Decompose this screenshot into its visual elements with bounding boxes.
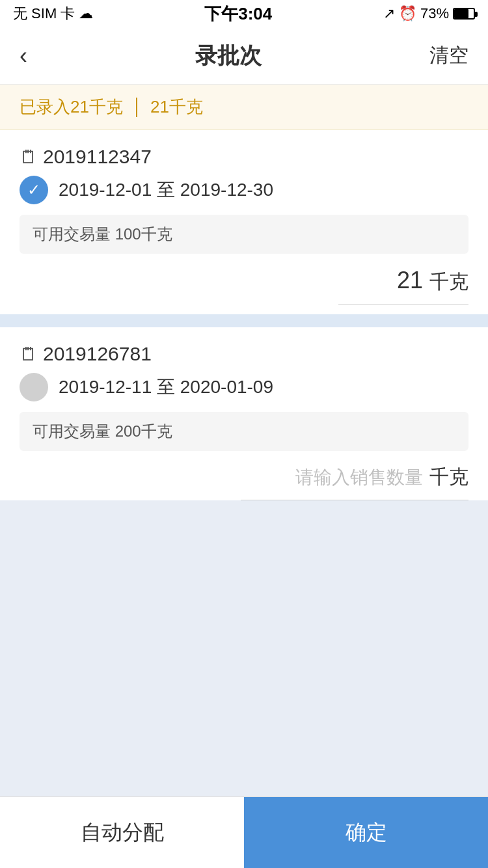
battery-icon <box>453 8 475 20</box>
recorded-amount-value: 21千克 <box>150 96 203 118</box>
no-sim-text: 无 SIM 卡 ☁ <box>13 4 93 23</box>
back-button[interactable]: ‹ <box>20 44 27 68</box>
batch2-id-row: 🗒 2019126781 <box>20 343 468 365</box>
batch2-amount-row: 请输入销售数量 千克 <box>0 451 488 500</box>
batch1-date: 2019-12-01 至 2019-12-30 <box>59 178 273 202</box>
section-separator <box>0 314 488 327</box>
batch1-radio[interactable]: ✓ <box>20 176 48 204</box>
batch-card-2: 🗒 2019126781 2019-12-11 至 2020-01-09 可用交… <box>0 327 488 500</box>
nav-bar: ‹ 录批次 清空 <box>0 27 488 85</box>
batch1-icon: 🗒 <box>20 146 38 168</box>
status-time: 下午3:04 <box>204 3 272 25</box>
status-right: ↗ ⏰ 73% <box>383 5 475 22</box>
info-banner: 已录入21千克 21千克 <box>0 85 488 130</box>
status-left: 无 SIM 卡 ☁ <box>13 4 93 23</box>
recorded-amount-label: 已录入21千克 <box>20 96 123 118</box>
bottom-bar: 自动分配 确定 <box>0 796 488 868</box>
page-title: 录批次 <box>195 41 262 71</box>
batch1-id: 2019112347 <box>43 146 152 168</box>
alarm-icon: ⏰ <box>399 5 416 22</box>
clear-button[interactable]: 清空 <box>429 42 468 69</box>
auto-distribute-button[interactable]: 自动分配 <box>0 797 244 868</box>
batch1-available-qty: 可用交易量 100千克 <box>20 215 468 254</box>
batch1-amount-row: 21 千克 <box>0 254 488 305</box>
batch2-date-row[interactable]: 2019-12-11 至 2020-01-09 <box>20 373 468 401</box>
batch1-amount-value: 21 <box>397 267 423 294</box>
location-icon: ↗ <box>383 5 395 22</box>
checkmark-icon: ✓ <box>27 181 40 199</box>
batch2-radio[interactable] <box>20 373 48 401</box>
batch2-unit: 千克 <box>429 464 468 491</box>
batch1-amount-unit: 千克 <box>429 269 468 295</box>
batch1-underline <box>338 305 468 305</box>
banner-divider <box>136 98 137 117</box>
battery-percent: 73% <box>420 5 449 22</box>
batch2-placeholder: 请输入销售数量 <box>295 465 423 490</box>
batch2-icon: 🗒 <box>20 344 38 365</box>
batch1-date-row[interactable]: ✓ 2019-12-01 至 2019-12-30 <box>20 176 468 204</box>
batch2-id: 2019126781 <box>43 343 152 365</box>
batch1-id-row: 🗒 2019112347 <box>20 146 468 168</box>
batch-card-1: 🗒 2019112347 ✓ 2019-12-01 至 2019-12-30 可… <box>0 130 488 314</box>
confirm-button[interactable]: 确定 <box>244 797 488 868</box>
empty-area <box>0 500 488 796</box>
status-bar: 无 SIM 卡 ☁ 下午3:04 ↗ ⏰ 73% <box>0 0 488 27</box>
batch2-date: 2019-12-11 至 2020-01-09 <box>59 375 273 400</box>
batch2-available-qty: 可用交易量 200千克 <box>20 412 468 451</box>
